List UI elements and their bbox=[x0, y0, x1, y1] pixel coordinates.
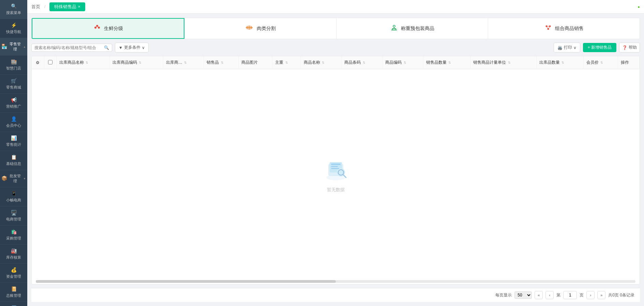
breadcrumb-separator: / bbox=[44, 4, 45, 9]
svg-point-2 bbox=[96, 25, 98, 27]
quick-nav-icon: ⚡ bbox=[11, 22, 17, 28]
th-image[interactable]: 商品图片 bbox=[238, 56, 272, 69]
ecom-mgmt-icon: 🖥️ bbox=[11, 210, 17, 215]
sidebar-item-invoice[interactable]: 🧾 发票管理 bbox=[0, 302, 27, 306]
sidebar-item-label: 会员中心 bbox=[6, 123, 21, 128]
th-weight[interactable]: 主重 ⇅ bbox=[272, 56, 301, 69]
sidebar-item-search[interactable]: 🔍 搜索菜单 bbox=[0, 0, 27, 19]
sort-icon: ⇅ bbox=[139, 61, 141, 64]
th-settings[interactable]: ⚙ bbox=[32, 56, 44, 69]
prev-page-icon: ‹ bbox=[549, 293, 550, 297]
sort-icon: ⇅ bbox=[508, 61, 511, 64]
th-checkbox[interactable] bbox=[44, 56, 56, 69]
print-label: 打印 bbox=[564, 45, 572, 50]
sidebar-item-retail-stat[interactable]: 📊 零售统计 bbox=[0, 132, 27, 151]
sidebar-item-label: 电商管理 bbox=[6, 217, 21, 222]
sort-icon: ⇅ bbox=[600, 61, 603, 64]
tab-close-icon[interactable]: ✕ bbox=[78, 5, 80, 9]
help-button[interactable]: ❓ 帮助 bbox=[619, 43, 640, 52]
page-unit: 页 bbox=[580, 292, 584, 298]
search-box[interactable]: 🔍 bbox=[31, 44, 112, 52]
th-out-spec[interactable]: 出库商… ⇅ bbox=[163, 56, 204, 69]
table-header-row: ⚙ 出库商品名称 ⇅ 出库商品编码 ⇅ 出库商… bbox=[32, 56, 640, 69]
chevron-down-icon: ▲ bbox=[23, 45, 26, 48]
th-sale-unit[interactable]: 销售商品计量单位 ⇅ bbox=[470, 56, 536, 69]
sidebar-item-label: 零售商城 bbox=[6, 85, 21, 90]
svg-rect-23 bbox=[331, 164, 341, 165]
sidebar-item-quick-nav[interactable]: ⚡ 快捷导航 bbox=[0, 19, 27, 38]
sidebar-item-retail-mall[interactable]: 🛒 零售商城 bbox=[0, 75, 27, 94]
sidebar-item-marketing[interactable]: 📢 营销推广 bbox=[0, 94, 27, 113]
sidebar-item-purchase[interactable]: 🛍️ 采购管理 bbox=[0, 226, 27, 245]
tab-fresh-grade-label: 生鲜分级 bbox=[104, 26, 123, 32]
sort-icon: ⇅ bbox=[561, 61, 564, 64]
search-input[interactable] bbox=[34, 45, 103, 50]
filter-arrow-icon: ∨ bbox=[142, 45, 145, 50]
sidebar-item-label: 搜索菜单 bbox=[6, 10, 21, 15]
page-label: 第 bbox=[556, 292, 560, 298]
breadcrumb-home[interactable]: 首页 bbox=[31, 4, 40, 10]
retail-icon: 🏪 bbox=[1, 44, 7, 49]
sidebar-item-mini-ecom[interactable]: 📱 小畅电商 bbox=[0, 187, 27, 206]
print-arrow-icon: ∨ bbox=[573, 45, 576, 50]
svg-line-18 bbox=[546, 26, 548, 29]
tab-meat-cut[interactable]: 肉类分割 bbox=[184, 18, 336, 39]
total-text: 共0页 0条记录 bbox=[608, 292, 634, 298]
sidebar-item-basic-info1[interactable]: 📋 基础信息 bbox=[0, 151, 27, 170]
member-icon: 👤 bbox=[11, 116, 17, 122]
toolbar: 🔍 ▼ 更多条件 ∨ 🖨️ 打印 ∨ + 新增销售品 ❓ bbox=[31, 43, 640, 52]
meat-cut-icon bbox=[244, 24, 254, 33]
tab-scale-pack[interactable]: 称重预包装商品 bbox=[336, 18, 488, 39]
sort-icon: ⇅ bbox=[404, 61, 406, 64]
svg-point-1 bbox=[98, 27, 100, 29]
main-content: 首页 / 特殊销售品 ✕ ● 生鲜分级 bbox=[27, 0, 644, 306]
per-page-select[interactable]: 50 10 20 100 bbox=[514, 291, 532, 299]
sort-icon: ⇅ bbox=[322, 61, 325, 64]
sidebar-item-ecom-mgmt[interactable]: 🖥️ 电商管理 bbox=[0, 206, 27, 226]
print-button[interactable]: 🖨️ 打印 ∨ bbox=[554, 43, 580, 52]
marketing-icon: 📢 bbox=[11, 97, 17, 103]
tab-fresh-grade[interactable]: 生鲜分级 bbox=[32, 18, 184, 39]
sidebar-item-wholesale[interactable]: 📦 批发管理 ▼ bbox=[0, 170, 27, 187]
th-sale-qty[interactable]: 销售品数量 ⇅ bbox=[423, 56, 470, 69]
next-page-button[interactable]: › bbox=[586, 291, 595, 299]
sidebar-item-label: 库存核算 bbox=[6, 255, 21, 260]
th-member-price[interactable]: 会员价 ⇅ bbox=[583, 56, 618, 69]
sort-icon: ⇅ bbox=[448, 61, 451, 64]
add-button[interactable]: + 新增销售品 bbox=[583, 43, 616, 52]
sidebar-item-general-ledger[interactable]: 📔 总账管理 bbox=[0, 283, 27, 302]
add-label: + 新增销售品 bbox=[588, 45, 612, 50]
th-out-code[interactable]: 出库商品编码 ⇅ bbox=[110, 56, 163, 69]
th-barcode[interactable]: 商品条码 ⇅ bbox=[342, 56, 383, 69]
sidebar: 🔍 搜索菜单 ⚡ 快捷导航 🏪 零售管理 ▲ 🏬 智慧门店 🛒 零售商城 📢 营… bbox=[0, 0, 27, 306]
scroll-thumb[interactable] bbox=[36, 280, 336, 283]
th-goods-name[interactable]: 商品名称 ⇅ bbox=[301, 56, 342, 69]
horizontal-scrollbar[interactable] bbox=[36, 280, 635, 283]
filter-button[interactable]: ▼ 更多条件 ∨ bbox=[115, 43, 149, 52]
select-all-checkbox[interactable] bbox=[48, 60, 53, 64]
tab-combo-sale[interactable]: 组合商品销售 bbox=[488, 18, 640, 39]
sidebar-item-smart-store[interactable]: 🏬 智慧门店 bbox=[0, 56, 27, 75]
sidebar-item-finance[interactable]: 💰 资金管理 bbox=[0, 264, 27, 283]
th-out-name[interactable]: 出库商品名称 ⇅ bbox=[56, 56, 110, 69]
smart-store-icon: 🏬 bbox=[11, 59, 17, 64]
sidebar-item-retail[interactable]: 🏪 零售管理 ▲ bbox=[0, 38, 27, 56]
th-goods-code[interactable]: 商品编码 ⇅ bbox=[383, 56, 423, 69]
th-sale-item[interactable]: 销售品 ⇅ bbox=[204, 56, 238, 69]
breadcrumb-current-tab[interactable]: 特殊销售品 ✕ bbox=[49, 2, 85, 11]
sidebar-item-label: 采购管理 bbox=[6, 236, 21, 241]
last-page-button[interactable]: » bbox=[597, 291, 605, 299]
sidebar-item-inventory[interactable]: 🏭 库存核算 bbox=[0, 245, 27, 264]
retail-stat-icon: 📊 bbox=[11, 135, 17, 141]
first-page-button[interactable]: « bbox=[535, 291, 543, 299]
search-icon-btn[interactable]: 🔍 bbox=[104, 45, 109, 50]
th-out-qty[interactable]: 出库品数量 ⇅ bbox=[536, 56, 583, 69]
last-page-icon: » bbox=[600, 293, 602, 297]
sidebar-item-label: 总账管理 bbox=[6, 293, 21, 298]
sort-icon: ⇅ bbox=[285, 61, 288, 64]
sort-icon: ⇅ bbox=[363, 61, 365, 64]
sidebar-item-member[interactable]: 👤 会员中心 bbox=[0, 113, 27, 132]
retail-mall-icon: 🛒 bbox=[11, 78, 17, 83]
prev-page-button[interactable]: ‹ bbox=[545, 291, 554, 299]
page-number-input[interactable] bbox=[563, 291, 577, 299]
